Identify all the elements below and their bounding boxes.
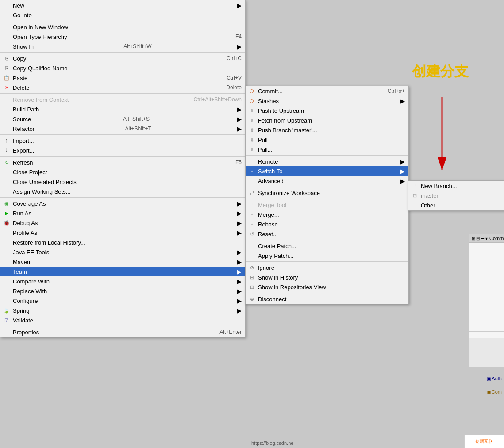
toolbar-btn-3[interactable]: ☰ xyxy=(481,236,485,241)
sync-workspace-icon: ⇄ xyxy=(248,189,255,196)
menu-item-switch-to[interactable]: ⑂ Switch To ▶ xyxy=(246,166,408,176)
menu-item-paste[interactable]: 📋 Paste Ctrl+V xyxy=(0,73,245,83)
menu-item-refresh[interactable]: ↻ Refresh F5 xyxy=(0,157,245,167)
switch-to-icon: ⑂ xyxy=(248,168,255,175)
com-row: ▣ Com xyxy=(487,389,502,394)
team-arrow: ▶ xyxy=(233,268,242,275)
menu-item-open-new-window[interactable]: Open in New Window xyxy=(0,22,245,32)
menu-item-restore-local[interactable]: Restore from Local History... xyxy=(0,237,245,247)
replace-with-arrow: ▶ xyxy=(233,288,242,295)
show-history-label: Show in History xyxy=(258,274,298,281)
validate-icon: ☑ xyxy=(3,317,10,324)
menu-item-delete[interactable]: ✕ Delete Delete xyxy=(0,83,245,92)
menu-item-push-branch[interactable]: ⇧ Push Branch 'master'... xyxy=(246,125,408,135)
commit-label: Commit... xyxy=(258,88,283,95)
switch-to-arrow: ▶ xyxy=(396,168,405,175)
menu-item-run-as[interactable]: ▶ Run As ▶ xyxy=(0,208,245,218)
menu-item-replace-with[interactable]: Replace With ▶ xyxy=(0,286,245,296)
menu-item-close-unrelated[interactable]: Close Unrelated Projects xyxy=(0,177,245,187)
menu-item-apply-patch[interactable]: Apply Patch... xyxy=(246,251,408,260)
menu-item-stashes[interactable]: ⬡ Stashes ▶ xyxy=(246,96,408,106)
disconnect-label: Disconnect xyxy=(258,296,286,302)
menu-item-source[interactable]: Source Alt+Shift+S ▶ xyxy=(0,114,245,124)
menu-item-team[interactable]: Team ▶ xyxy=(0,267,245,276)
team-submenu: ⬡ Commit... Ctrl+#+ ⬡ Stashes ▶ ⇧ Push t… xyxy=(245,86,409,304)
toolbar-btn-4[interactable]: ▾ xyxy=(485,236,488,241)
comm-header: ⊞ ⊟ ☰ ▾ Comm xyxy=(469,234,504,243)
menu-item-coverage-as[interactable]: ◉ Coverage As ▶ xyxy=(0,199,245,208)
menu-item-compare-with[interactable]: Compare With ▶ xyxy=(0,276,245,286)
menu-item-ignore[interactable]: ⊘ Ignore xyxy=(246,263,408,272)
menu-item-advanced[interactable]: Advanced ▶ xyxy=(246,176,408,186)
menu-item-import[interactable]: ⤵ Import... xyxy=(0,136,245,146)
com-label: Com xyxy=(492,389,502,394)
menu-item-debug-as[interactable]: 🐞 Debug As ▶ xyxy=(0,218,245,228)
push-upstream-label: Push to Upstream xyxy=(258,107,304,114)
menu-item-show-repos[interactable]: ⊞ Show in Repositories View xyxy=(246,282,408,292)
stashes-arrow: ▶ xyxy=(396,98,405,104)
new-label: New xyxy=(13,2,24,9)
menu-item-new[interactable]: New ▶ xyxy=(0,0,245,10)
menu-item-merge-tool: ⑂ Merge Tool xyxy=(246,200,408,210)
toolbar-btn-2[interactable]: ⊟ xyxy=(476,236,480,241)
menu-item-configure[interactable]: Configure ▶ xyxy=(0,296,245,306)
pull-icon: ⇩ xyxy=(248,136,255,143)
menu-item-push-upstream[interactable]: ⇧ Push to Upstream xyxy=(246,106,408,115)
menu-item-merge[interactable]: ⑂ Merge... xyxy=(246,210,408,219)
debug-icon: 🐞 xyxy=(3,219,10,226)
logo-text: 创新互联 xyxy=(475,438,493,444)
menu-item-show-history[interactable]: ⊞ Show in History xyxy=(246,272,408,282)
chuangxin-logo: 创新互联 xyxy=(464,435,504,448)
delete-shortcut: Delete xyxy=(217,84,242,91)
menu-item-java-ee-tools[interactable]: Java EE Tools ▶ xyxy=(0,247,245,257)
menu-item-sync-workspace[interactable]: ⇄ Synchronize Workspace xyxy=(246,188,408,198)
menu-item-rebase[interactable]: ⑂ Rebase... xyxy=(246,219,408,229)
primary-context-menu: New ▶ Go Into Open in New Window Open Ty… xyxy=(0,0,246,337)
menu-item-open-type-hierarchy[interactable]: Open Type Hierarchy F4 xyxy=(0,32,245,42)
menu-item-spring[interactable]: 🍃 Spring ▶ xyxy=(0,306,245,315)
csdn-url: https://blog.csdn.ne xyxy=(251,440,293,446)
menu-item-pull-dots[interactable]: ⇩ Pull... xyxy=(246,145,408,154)
menu-item-validate[interactable]: ☑ Validate xyxy=(0,315,245,325)
menu-item-copy-qualified[interactable]: ⎘ Copy Qualified Name xyxy=(0,63,245,73)
menu-item-commit[interactable]: ⬡ Commit... Ctrl+#+ xyxy=(246,86,408,96)
menu-item-refactor[interactable]: Refactor Alt+Shift+T ▶ xyxy=(0,124,245,134)
menu-item-disconnect[interactable]: ⊗ Disconnect xyxy=(246,294,408,304)
stashes-label: Stashes xyxy=(258,98,279,104)
comm-resize: — — xyxy=(469,331,504,338)
build-path-arrow: ▶ xyxy=(233,106,242,113)
team-label: Team xyxy=(13,268,27,275)
menu-item-export[interactable]: ⤴ Export... xyxy=(0,146,245,155)
menu-item-fetch-upstream[interactable]: ⇩ Fetch from Upstream xyxy=(246,115,408,125)
separator xyxy=(0,156,245,157)
menu-item-properties[interactable]: Properties Alt+Enter xyxy=(0,327,245,337)
coverage-as-label: Coverage As xyxy=(13,200,46,207)
menu-item-pull[interactable]: ⇩ Pull xyxy=(246,135,408,145)
fetch-upstream-icon: ⇩ xyxy=(248,117,255,124)
menu-item-profile-as[interactable]: Profile As ▶ xyxy=(0,228,245,237)
copy-qualified-icon: ⎘ xyxy=(3,65,10,72)
menu-item-copy[interactable]: ⎘ Copy Ctrl+C xyxy=(0,54,245,63)
menu-item-go-into[interactable]: Go Into xyxy=(0,10,245,20)
menu-item-show-in[interactable]: Show In Alt+Shift+W ▶ xyxy=(0,42,245,51)
toolbar-btn-1[interactable]: ⊞ xyxy=(472,236,475,241)
menu-item-create-patch[interactable]: Create Patch... xyxy=(246,241,408,251)
menu-item-build-path[interactable]: Build Path ▶ xyxy=(0,104,245,114)
remote-label: Remote xyxy=(258,158,278,165)
menu-item-maven[interactable]: Maven ▶ xyxy=(0,257,245,267)
close-project-label: Close Project xyxy=(13,169,47,176)
menu-item-reset[interactable]: ↺ Reset... xyxy=(246,229,408,239)
menu-item-close-project[interactable]: Close Project xyxy=(0,167,245,177)
menu-item-other[interactable]: Other... xyxy=(408,200,504,210)
other-label: Other... xyxy=(421,202,440,209)
menu-item-assign-working[interactable]: Assign Working Sets... xyxy=(0,187,245,196)
disconnect-icon: ⊗ xyxy=(248,295,255,302)
spring-arrow: ▶ xyxy=(233,307,242,314)
push-branch-icon: ⇧ xyxy=(248,126,255,134)
menu-item-remote[interactable]: Remote ▶ xyxy=(246,157,408,166)
comm-content xyxy=(469,243,504,331)
show-repos-label: Show in Repositories View xyxy=(258,284,326,291)
source-shortcut: Alt+Shift+S xyxy=(114,116,150,122)
menu-item-new-branch[interactable]: ⑂ New Branch... xyxy=(408,181,504,191)
advanced-arrow: ▶ xyxy=(396,178,405,184)
